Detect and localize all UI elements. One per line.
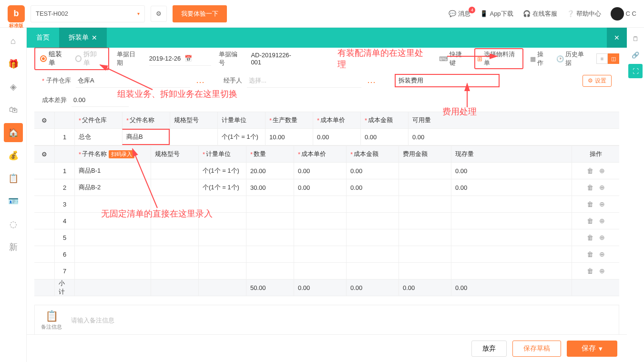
history-icon: 🕑 (556, 55, 564, 62)
nav-card-icon[interactable]: 🪪 (4, 192, 23, 211)
fee-field[interactable]: 拆装费用 (395, 74, 500, 87)
date-label: 单据日期 (117, 50, 142, 67)
logo[interactable]: b (8, 5, 25, 22)
add-icon[interactable]: ⊕ (599, 217, 605, 225)
nav-clipboard-icon[interactable]: 📋 (4, 169, 23, 188)
child-name-cell[interactable]: 商品B-2 (74, 179, 151, 196)
support-link[interactable]: 🎧在线客服 (523, 10, 557, 18)
help-link[interactable]: ❔帮助中心 (567, 10, 601, 18)
add-icon[interactable]: ⊕ (599, 250, 605, 258)
chevron-down-icon: ▾ (137, 11, 140, 16)
main: 首页 拆装单✕ ✕ 组装单 拆卸单 单据日期 2019-12-26📅 单据编号 … (27, 28, 627, 362)
radio-disassemble[interactable]: 拆卸单 (75, 50, 104, 67)
note-icon[interactable]: 🗒 (628, 31, 643, 46)
operations-link[interactable]: ▦操作 (530, 50, 550, 67)
child-name-cell[interactable] (74, 263, 151, 279)
delete-icon[interactable]: 🗑 (587, 234, 593, 241)
remark-section: 📋备注信息 (34, 305, 619, 336)
nav-share-icon[interactable]: ◌ (4, 215, 23, 234)
parent-row[interactable]: 1 总仓 商品B 个(1个 = 1个) 10.00 0.00 0.00 0.00 (34, 129, 619, 145)
delete-icon[interactable]: 🗑 (587, 200, 593, 208)
right-toolbar: 🗒 🔗 ⛶ (627, 28, 644, 78)
gear-header[interactable]: ⚙ (34, 112, 54, 128)
nav-gift-icon[interactable]: 🎁 (4, 54, 23, 73)
tab-home[interactable]: 首页 (27, 28, 59, 48)
toolbar-row: 组装单 拆卸单 单据日期 2019-12-26📅 单据编号 AD-2019122… (27, 48, 627, 70)
fields-row: * 子件仓库 仓库A ⋯ 经手人 选择... ⋯ 拆装费用 ⚙设置 (27, 70, 627, 88)
child-row[interactable]: 7🗑⊕ (34, 263, 619, 279)
child-row[interactable]: 6🗑⊕ (34, 246, 619, 263)
annotation-fee: 费用处理 (442, 106, 477, 117)
child-name-cell[interactable]: 商品B-1 (74, 163, 151, 179)
store-selector[interactable]: TEST-H002 ▾ (31, 5, 145, 22)
user-menu[interactable]: C C (611, 7, 636, 21)
app-download-link[interactable]: 📱App下载 (480, 10, 513, 18)
calendar-icon: 📅 (184, 55, 192, 62)
delete-icon[interactable]: 🗑 (587, 217, 593, 225)
close-all-tabs[interactable]: ✕ (607, 28, 627, 48)
view-grid-icon[interactable]: ◫ (608, 53, 619, 64)
child-name-cell[interactable] (74, 246, 151, 262)
add-icon[interactable]: ⊕ (599, 167, 605, 175)
nav-new-icon[interactable]: 新 (4, 238, 23, 257)
topbar: b TEST-H002 ▾ ⚙ 我要体验一下 💬 消息 4 📱App下载 🎧在线… (0, 0, 644, 28)
add-icon[interactable]: ⊕ (599, 234, 605, 241)
child-row[interactable]: 5🗑⊕ (34, 229, 619, 246)
messages-link[interactable]: 💬 消息 4 (449, 10, 470, 18)
child-row[interactable]: 2商品B-2个(1个 = 1个)30.000.000.000.00🗑⊕ (34, 179, 619, 196)
add-icon[interactable]: ⊕ (599, 267, 605, 275)
tabs: 首页 拆装单✕ ✕ (27, 28, 627, 48)
nav-money-icon[interactable]: 💰 (4, 146, 23, 165)
select-material-link[interactable]: ⊞选择物料清单 (474, 48, 523, 69)
tab-assembly[interactable]: 拆装单✕ (59, 28, 107, 48)
more-icon[interactable]: ⋯ (367, 77, 376, 87)
delete-icon[interactable]: 🗑 (587, 184, 593, 191)
date-input[interactable]: 2019-12-26📅 (149, 52, 211, 66)
cancel-button[interactable]: 放弃 (471, 341, 507, 357)
nav-home-icon[interactable]: ⌂ (4, 31, 23, 51)
remark-icon: 📋备注信息 (35, 310, 68, 331)
child-table: ⚙ *子件名称扫码录入 规格型号 *计量单位 *数量 *成本单价 *成本金额 费… (34, 145, 619, 296)
add-icon[interactable]: ⊕ (599, 184, 605, 191)
parent-table: ⚙ *父件仓库 *父件名称 规格型号 计量单位 *生产数量 *成本单价 *成本金… (34, 112, 619, 145)
footer: 放弃 保存草稿 保存▾ (27, 334, 627, 362)
more-icon[interactable]: ⋯ (196, 77, 204, 87)
gear-icon: ⚙ (156, 10, 162, 17)
delete-icon[interactable]: 🗑 (587, 167, 593, 175)
store-name: TEST-H002 (36, 10, 68, 17)
scan-badge[interactable]: 扫码录入 (109, 150, 134, 158)
radio-assemble[interactable]: 组装单 (40, 50, 69, 67)
view-toggle[interactable]: ≡ ◫ (596, 53, 619, 64)
view-list-icon[interactable]: ≡ (596, 53, 608, 64)
chevron-down-icon: ▾ (599, 344, 603, 353)
keyboard-icon: ⌨ (439, 55, 448, 62)
settings-button[interactable]: ⚙ (151, 6, 167, 22)
trial-button[interactable]: 我要体验一下 (173, 5, 227, 22)
nav-bag-icon[interactable]: 🛍 (4, 100, 23, 119)
child-warehouse-field[interactable]: * 子件仓库 仓库A (42, 73, 190, 88)
message-badge: 4 (469, 7, 475, 13)
gear-header[interactable]: ⚙ (34, 146, 54, 162)
delete-icon[interactable]: 🗑 (587, 250, 593, 258)
shortcut-link[interactable]: ⌨快捷键 (439, 50, 468, 67)
nav-diamond-icon[interactable]: ◈ (4, 77, 23, 96)
setting-button[interactable]: ⚙设置 (583, 75, 612, 87)
close-tab-icon[interactable]: ✕ (92, 34, 97, 41)
expand-icon[interactable]: ⛶ (628, 64, 643, 78)
remark-input[interactable] (68, 313, 619, 328)
history-link[interactable]: 🕑历史单据 (556, 50, 590, 67)
link-icon[interactable]: 🔗 (628, 48, 643, 62)
chat-icon: 💬 (449, 10, 456, 17)
add-icon[interactable]: ⊕ (599, 200, 605, 208)
handler-field[interactable]: 经手人 选择... (224, 73, 361, 88)
headset-icon: 🎧 (523, 10, 531, 17)
docno-value: AD-20191226-001 (251, 52, 301, 66)
save-button[interactable]: 保存▾ (567, 341, 617, 357)
parent-name-cell[interactable]: 商品B (122, 129, 170, 145)
child-name-cell[interactable] (74, 229, 151, 246)
help-icon: ❔ (567, 10, 574, 17)
delete-icon[interactable]: 🗑 (587, 267, 593, 275)
child-row[interactable]: 1商品B-1个(1个 = 1个)20.000.000.000.00🗑⊕ (34, 163, 619, 179)
save-draft-button[interactable]: 保存草稿 (512, 341, 561, 357)
nav-warehouse-icon[interactable]: 🏠 (4, 123, 23, 142)
